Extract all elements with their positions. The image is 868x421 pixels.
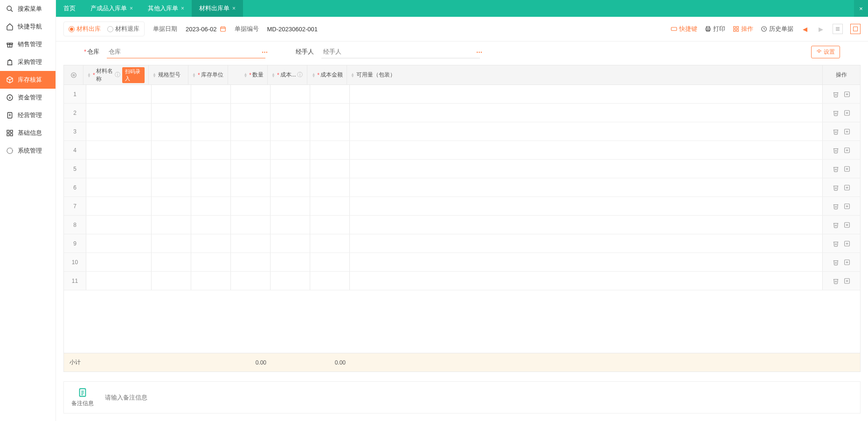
- cell-qty[interactable]: [231, 122, 271, 140]
- delete-row-button[interactable]: [833, 278, 839, 284]
- help-icon[interactable]: ⓘ: [297, 71, 303, 79]
- add-row-button[interactable]: [844, 222, 850, 228]
- sidebar-item-funds[interactable]: ¥ 资金管理: [0, 89, 56, 106]
- cell-spec[interactable]: [152, 197, 191, 215]
- cell-qty[interactable]: [231, 234, 271, 253]
- cell-unit[interactable]: [191, 160, 231, 178]
- tab-other-in[interactable]: 其他入库单×: [140, 0, 192, 17]
- cell-spec[interactable]: [152, 234, 191, 253]
- table-row[interactable]: 2: [64, 104, 860, 122]
- cell-amount[interactable]: [310, 141, 350, 159]
- cell-available[interactable]: [350, 234, 823, 253]
- table-row[interactable]: 11: [64, 272, 860, 290]
- cell-amount[interactable]: [310, 272, 350, 290]
- cell-spec[interactable]: [152, 122, 191, 140]
- close-all-tabs-button[interactable]: ×: [854, 0, 868, 17]
- table-row[interactable]: 9: [64, 234, 860, 253]
- sidebar-item-basicinfo[interactable]: 基础信息: [0, 124, 56, 142]
- cell-amount[interactable]: [310, 178, 350, 196]
- cell-available[interactable]: [350, 104, 823, 122]
- cell-spec[interactable]: [152, 160, 191, 178]
- cell-amount[interactable]: [310, 122, 350, 140]
- add-row-button[interactable]: [844, 110, 850, 116]
- cell-available[interactable]: [350, 85, 823, 103]
- col-qty[interactable]: ▲▼*数量: [228, 65, 268, 84]
- cell-unit[interactable]: [191, 272, 231, 290]
- cell-cost[interactable]: [271, 272, 310, 290]
- sidebar-item-sales[interactable]: 销售管理: [0, 35, 56, 53]
- delete-row-button[interactable]: [833, 128, 839, 135]
- cell-cost[interactable]: [271, 216, 310, 234]
- ops-button[interactable]: 操作: [733, 25, 753, 33]
- cell-material[interactable]: [86, 160, 152, 178]
- delete-row-button[interactable]: [833, 222, 839, 228]
- cell-cost[interactable]: [271, 197, 310, 215]
- cell-unit[interactable]: [191, 178, 231, 196]
- delete-row-button[interactable]: [833, 203, 839, 210]
- cell-material[interactable]: [86, 104, 152, 122]
- delete-row-button[interactable]: [833, 184, 839, 191]
- add-row-button[interactable]: [844, 128, 850, 135]
- delete-row-button[interactable]: [833, 259, 839, 266]
- cell-amount[interactable]: [310, 160, 350, 178]
- table-row[interactable]: 5: [64, 160, 860, 178]
- cell-unit[interactable]: [191, 253, 231, 271]
- add-row-button[interactable]: [844, 278, 850, 284]
- cell-cost[interactable]: [271, 104, 310, 122]
- delete-row-button[interactable]: [833, 240, 839, 247]
- cell-qty[interactable]: [231, 178, 271, 196]
- cell-spec[interactable]: [152, 141, 191, 159]
- cell-available[interactable]: [350, 272, 823, 290]
- col-spec[interactable]: ▲▼规格型号: [149, 65, 188, 84]
- next-doc-button[interactable]: ▶: [817, 26, 825, 33]
- help-icon[interactable]: ⓘ: [115, 71, 120, 79]
- cell-available[interactable]: [350, 253, 823, 271]
- delete-row-button[interactable]: [833, 147, 839, 154]
- cell-available[interactable]: [350, 216, 823, 234]
- cell-amount[interactable]: [310, 197, 350, 215]
- close-icon[interactable]: ×: [181, 5, 184, 12]
- shortcut-button[interactable]: 快捷键: [671, 25, 697, 33]
- table-row[interactable]: 3: [64, 122, 860, 141]
- table-row[interactable]: 8: [64, 216, 860, 234]
- cell-qty[interactable]: [231, 197, 271, 215]
- sidebar-item-purchase[interactable]: 采购管理: [0, 53, 56, 71]
- expand-button[interactable]: [850, 24, 861, 34]
- cell-cost[interactable]: [271, 178, 310, 196]
- add-row-button[interactable]: [844, 184, 850, 191]
- cell-cost[interactable]: [271, 122, 310, 140]
- col-material-name[interactable]: ▲▼*材料名称ⓘ扫码录入: [83, 65, 149, 84]
- prev-doc-button[interactable]: ◀: [801, 26, 809, 33]
- table-row[interactable]: 1: [64, 85, 860, 104]
- cell-amount[interactable]: [310, 216, 350, 234]
- add-row-button[interactable]: [844, 259, 850, 266]
- cell-available[interactable]: [350, 141, 823, 159]
- cell-unit[interactable]: [191, 234, 231, 253]
- cell-cost[interactable]: [271, 85, 310, 103]
- cell-spec[interactable]: [152, 178, 191, 196]
- date-picker[interactable]: 2023-06-02: [186, 26, 226, 33]
- radio-material-out[interactable]: 材料出库: [69, 25, 101, 33]
- cell-unit[interactable]: [191, 141, 231, 159]
- cell-material[interactable]: [86, 253, 152, 271]
- col-amount[interactable]: ▲▼*成本金额: [307, 65, 347, 84]
- cell-qty[interactable]: [231, 216, 271, 234]
- add-row-button[interactable]: [844, 240, 850, 247]
- cell-amount[interactable]: [310, 234, 350, 253]
- table-row[interactable]: 4: [64, 141, 860, 160]
- close-icon[interactable]: ×: [232, 5, 236, 12]
- add-row-button[interactable]: [844, 147, 850, 154]
- sidebar-item-inventory[interactable]: 库存核算: [0, 71, 56, 89]
- cell-amount[interactable]: [310, 85, 350, 103]
- cell-qty[interactable]: [231, 253, 271, 271]
- delete-row-button[interactable]: [833, 166, 839, 172]
- handler-lookup-button[interactable]: ⋯: [476, 49, 482, 56]
- cell-material[interactable]: [86, 197, 152, 215]
- cell-cost[interactable]: [271, 141, 310, 159]
- tab-home[interactable]: 首页: [56, 0, 83, 17]
- delete-row-button[interactable]: [833, 91, 839, 98]
- tab-finished-goods-in[interactable]: 产成品入库单×: [83, 0, 140, 17]
- sidebar-item-quicknav[interactable]: 快捷导航: [0, 18, 56, 35]
- add-row-button[interactable]: [844, 166, 850, 172]
- col-available[interactable]: ▲▼可用量（包装）: [347, 65, 823, 84]
